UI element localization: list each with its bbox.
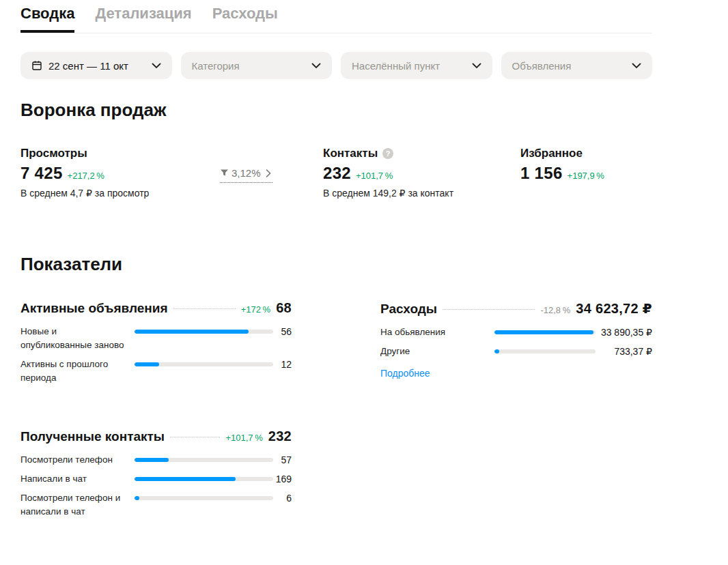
bar-fill bbox=[135, 330, 249, 334]
bar-value: 12 bbox=[273, 358, 292, 385]
bar-track bbox=[494, 330, 596, 334]
bar-label: На обьявления bbox=[380, 325, 494, 339]
bar-row: Посмотрели телефон 57 bbox=[20, 453, 292, 467]
chevron-down-icon bbox=[311, 63, 321, 69]
bar-value: 6 bbox=[273, 491, 292, 519]
tab-bar: Сводка Детализация Расходы bbox=[20, 4, 652, 33]
received-contacts-title: Полученные контакты bbox=[20, 429, 165, 445]
filter-bar: 22 сент — 11 окт Категория Населённый пу… bbox=[20, 52, 652, 79]
views-delta: +217,2 % bbox=[68, 171, 104, 181]
bar-value: 733,37 ₽ bbox=[596, 345, 652, 358]
bar-label: Активны с прошлого периода bbox=[20, 358, 135, 385]
bar-fill bbox=[494, 349, 499, 353]
bar-label: Другие bbox=[380, 345, 494, 358]
dotted-leader bbox=[443, 309, 535, 310]
bar-row: Написали в чат 169 bbox=[20, 472, 292, 486]
date-range-value: 22 сент — 11 окт bbox=[48, 60, 146, 72]
ads-filter[interactable]: Объявления bbox=[501, 52, 653, 79]
bar-track bbox=[135, 362, 273, 366]
bar-value: 33 890,35 ₽ bbox=[596, 325, 652, 339]
contacts-label: Контакты bbox=[323, 146, 378, 161]
active-ads-total: 68 bbox=[276, 300, 292, 316]
favorites-metric: Избранное 1 156 +197,9 % bbox=[520, 146, 652, 199]
location-filter[interactable]: Населённый пункт bbox=[341, 52, 492, 79]
contacts-avg-cost: В среднем 149,2 ₽ за контакт bbox=[323, 187, 520, 199]
calendar-icon bbox=[31, 60, 42, 71]
conversion-value: 3,12% bbox=[232, 167, 261, 179]
dotted-leader bbox=[170, 437, 220, 437]
bar-label: Написали в чат bbox=[20, 472, 135, 486]
category-placeholder: Категория bbox=[192, 60, 307, 72]
received-contacts-delta: +101,7 % bbox=[225, 433, 262, 443]
expenses-details-link[interactable]: Подробнее bbox=[380, 368, 430, 379]
bar-fill bbox=[135, 477, 236, 481]
bar-row: На обьявления 33 890,35 ₽ bbox=[380, 325, 652, 339]
bar-fill bbox=[494, 330, 593, 334]
received-contacts-card: Полученные контакты +101,7 % 232 Посмотр… bbox=[20, 429, 292, 519]
views-value: 7 425 bbox=[20, 164, 63, 183]
views-label: Просмотры bbox=[20, 146, 220, 161]
favorites-label: Избранное bbox=[520, 146, 652, 161]
active-ads-delta: +172 % bbox=[241, 304, 270, 315]
expenses-delta: -12,8 % bbox=[540, 305, 570, 315]
bar-row: Посмотрели телефон и написали в чат 6 bbox=[20, 491, 292, 519]
views-to-contacts-conversion[interactable]: 3,12% bbox=[220, 167, 272, 183]
active-ads-card: Активные объявления +172 % 68 Новые и оп… bbox=[20, 300, 292, 385]
favorites-value: 1 156 bbox=[520, 164, 563, 183]
tab-expenses[interactable]: Расходы bbox=[212, 4, 278, 33]
expenses-card: Расходы -12,8 % 34 623,72 ₽ На обьявлени… bbox=[380, 300, 652, 379]
bar-value: 57 bbox=[273, 453, 292, 467]
active-ads-title: Активные объявления bbox=[20, 300, 168, 317]
expenses-title: Расходы bbox=[380, 301, 437, 317]
sales-funnel: Просмотры 7 425 +217,2 % В среднем 4,7 ₽… bbox=[20, 146, 652, 199]
ads-placeholder: Объявления bbox=[512, 60, 627, 72]
bar-track bbox=[494, 349, 596, 353]
contacts-delta: +101,7 % bbox=[356, 171, 393, 181]
views-metric: Просмотры 7 425 +217,2 % В среднем 4,7 ₽… bbox=[20, 146, 220, 199]
tab-details[interactable]: Детализация bbox=[95, 4, 191, 33]
views-avg-cost: В среднем 4,7 ₽ за просмотр bbox=[20, 187, 220, 199]
funnel-icon bbox=[220, 169, 229, 177]
chevron-down-icon bbox=[152, 63, 161, 69]
indicator-cards: Активные объявления +172 % 68 Новые и оп… bbox=[20, 300, 652, 519]
funnel-section-title: Воронка продаж bbox=[20, 100, 652, 120]
chevron-down-icon bbox=[632, 63, 641, 69]
tab-summary[interactable]: Сводка bbox=[20, 4, 74, 33]
bar-value: 169 bbox=[273, 472, 292, 486]
conversion-cell: 3,12% bbox=[220, 146, 323, 199]
contacts-value: 232 bbox=[323, 164, 351, 183]
analytics-page: Сводка Детализация Расходы 22 сент — 11 … bbox=[0, 0, 652, 519]
bar-track bbox=[135, 458, 273, 462]
bar-fill bbox=[135, 362, 159, 366]
bar-row: Активны с прошлого периода 12 bbox=[20, 358, 292, 385]
contacts-metric: Контакты ? 232 +101,7 % В среднем 149,2 … bbox=[323, 146, 520, 199]
category-filter[interactable]: Категория bbox=[181, 52, 333, 79]
bar-label: Посмотрели телефон bbox=[20, 453, 135, 467]
bar-label: Посмотрели телефон и написали в чат bbox=[20, 491, 135, 519]
favorites-delta: +197,9 % bbox=[568, 171, 604, 181]
bar-fill bbox=[135, 496, 139, 500]
chevron-right-icon bbox=[266, 169, 271, 177]
bar-row: Новые и опубликованные заново 56 bbox=[20, 325, 292, 352]
chevron-down-icon bbox=[472, 63, 481, 69]
bar-row: Другие 733,37 ₽ bbox=[380, 345, 652, 358]
bar-label: Новые и опубликованные заново bbox=[20, 325, 135, 352]
help-icon[interactable]: ? bbox=[382, 148, 393, 159]
bar-fill bbox=[135, 458, 169, 462]
date-range-filter[interactable]: 22 сент — 11 окт bbox=[20, 52, 172, 79]
dotted-leader bbox=[173, 308, 236, 309]
indicators-section-title: Показатели bbox=[20, 254, 652, 274]
location-placeholder: Населённый пункт bbox=[352, 60, 466, 72]
bar-track bbox=[135, 496, 273, 500]
received-contacts-total: 232 bbox=[268, 429, 292, 444]
bar-track bbox=[135, 477, 273, 481]
bar-track bbox=[135, 330, 273, 334]
bar-value: 56 bbox=[273, 325, 292, 352]
expenses-total: 34 623,72 ₽ bbox=[576, 300, 652, 317]
